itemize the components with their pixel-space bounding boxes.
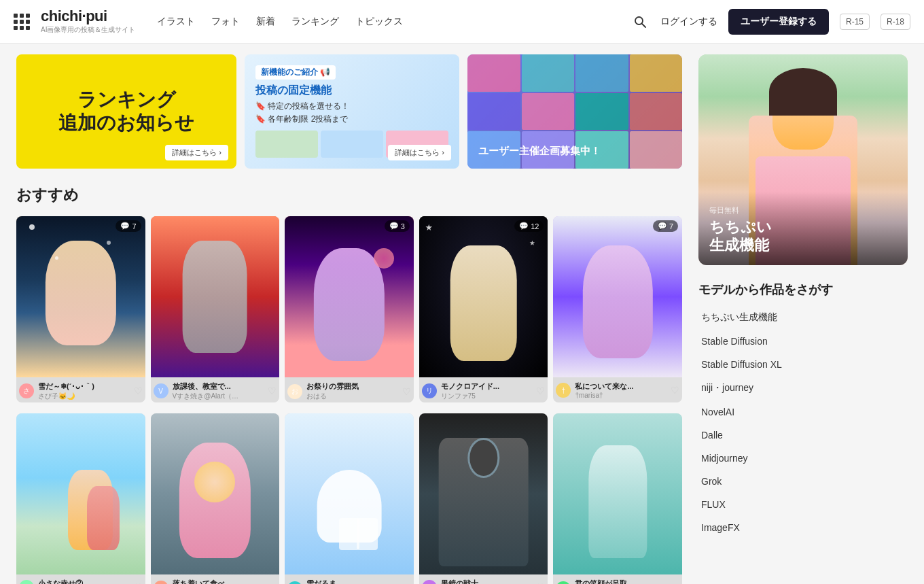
card-info-1: 雪だ～❄(´･ᴗ･｀) さび子🐱🌙 xyxy=(38,381,94,401)
avatar-1: さ xyxy=(19,383,34,398)
image-placeholder-2 xyxy=(151,216,280,377)
banner-feature-badge: 新機能のご紹介 📢 xyxy=(255,65,336,80)
chat-icon-1: 💬 xyxy=(120,222,130,230)
nav-ranking[interactable]: ランキング xyxy=(291,16,339,28)
banner-feature-item2: 🔖 各年齢制限 2投稿まで xyxy=(255,114,448,125)
heart-button-5[interactable]: ♡ xyxy=(671,385,679,396)
comment-badge-1: 💬 7 xyxy=(116,220,141,232)
card-user-3[interactable]: お お祭りの雰囲気 おはる xyxy=(287,381,359,401)
model-item-chichi[interactable]: ちちぷい生成機能 xyxy=(698,306,908,329)
model-item-sdxl[interactable]: Stable Diffusion XL xyxy=(698,354,908,375)
image-card-3[interactable]: 💬 3 お お祭りの雰囲気 おはる ♡ xyxy=(285,216,414,402)
model-item-sd[interactable]: Stable Diffusion xyxy=(698,330,908,352)
grid-menu-icon[interactable] xyxy=(14,14,30,30)
banner-feature[interactable]: 新機能のご紹介 📢 投稿の固定機能 🔖 特定の投稿を選せる！ 🔖 各年齢制限 2… xyxy=(245,54,459,169)
card-user-9[interactable]: 8 黒鎧の戦士 8ballAlart xyxy=(422,579,478,584)
image-card-9[interactable]: 8 黒鎧の戦士 8ballAlart ♡ xyxy=(419,413,548,584)
avatar-7: 茄 xyxy=(154,581,168,584)
card-footer-8: ぺ 雪だるま ぺこ もか ♡ xyxy=(285,574,414,584)
nav-topics[interactable]: トピックス xyxy=(355,16,403,28)
image-card-10[interactable]: ハ 君の笑顔が足取... ハワアキ ♡ xyxy=(553,413,682,584)
chat-icon-5: 💬 xyxy=(658,222,667,230)
chat-icon-3: 💬 xyxy=(389,222,399,230)
logo[interactable]: chichi·pui AI画像専用の投稿＆生成サイト xyxy=(41,8,135,34)
card-title-4: モノクロアイド... xyxy=(441,381,499,392)
image-card-1[interactable]: 💬 7 さ 雪だ～❄(´･ᴗ･｀) さび子🐱🌙 ♡ xyxy=(16,216,145,402)
search-button[interactable] xyxy=(630,12,650,31)
model-item-dalle[interactable]: Dalle xyxy=(698,424,908,446)
card-user-2[interactable]: V 放課後、教室で... Vすき焼き@Alart（Al... xyxy=(154,381,241,401)
logo-sub: AI画像専用の投稿＆生成サイト xyxy=(41,25,135,35)
card-title-10: 君の笑顔が足取... xyxy=(575,579,633,584)
card-user-6[interactable]: l 小さな幸せ② luciluci xyxy=(19,579,83,584)
banner-ranking-title: ランキング追加のお知らせ xyxy=(58,88,194,134)
card-title-5: 私について来な... xyxy=(575,381,633,392)
nav-photo[interactable]: フォト xyxy=(211,16,240,28)
card-info-10: 君の笑顔が足取... ハワアキ xyxy=(575,579,633,584)
image-card-8[interactable]: ぺ 雪だるま ぺこ もか ♡ xyxy=(285,413,414,584)
card-footer-10: ハ 君の笑顔が足取... ハワアキ ♡ xyxy=(553,574,682,584)
main-content: ランキング追加のお知らせ 詳細はこちら › 新機能のご紹介 📢 投稿の固定機能 … xyxy=(0,44,693,584)
sidebar-ad[interactable]: 毎日無料 ちちぷい生成機能 xyxy=(698,54,908,265)
card-footer-6: l 小さな幸せ② luciluci ♡ xyxy=(16,574,145,584)
card-username-4: リンファ75 xyxy=(441,392,499,401)
card-user-7[interactable]: 茄 落ち着いて食べ... 茄稀あづさ xyxy=(154,579,231,584)
register-button[interactable]: ユーザー登録する xyxy=(728,9,829,35)
image-placeholder-6 xyxy=(16,413,145,574)
heart-button-3[interactable]: ♡ xyxy=(402,386,411,397)
card-user-4[interactable]: リ モノクロアイド... リンファ75 xyxy=(422,381,499,401)
image-card-6[interactable]: l 小さな幸せ② luciluci ♡ xyxy=(16,413,145,584)
nav-new[interactable]: 新着 xyxy=(256,16,275,28)
card-title-3: お祭りの雰囲気 xyxy=(306,381,359,392)
model-item-midjourney[interactable]: Midjourney xyxy=(698,447,908,469)
comment-count-1: 7 xyxy=(132,222,136,230)
model-item-novelai[interactable]: NovelAI xyxy=(698,401,908,423)
r15-badge[interactable]: R-15 xyxy=(840,14,870,30)
feature-thumb-2 xyxy=(321,131,383,158)
card-user-1[interactable]: さ 雪だ～❄(´･ᴗ･｀) さび子🐱🌙 xyxy=(19,381,94,401)
logo-text: chichi·pui xyxy=(41,8,135,24)
model-item-niji[interactable]: niji・journey xyxy=(698,377,908,400)
card-title-1: 雪だ～❄(´･ᴗ･｀) xyxy=(38,381,94,392)
card-user-8[interactable]: ぺ 雪だるま ぺこ もか xyxy=(287,579,336,584)
header: chichi·pui AI画像専用の投稿＆生成サイト イラスト フォト 新着 ラ… xyxy=(0,0,924,44)
avatar-2: V xyxy=(154,383,168,398)
comment-badge-4: 💬 12 xyxy=(514,220,544,232)
comment-count-3: 3 xyxy=(401,222,405,230)
image-placeholder-1 xyxy=(16,216,145,377)
card-user-5[interactable]: † 私について来な... †marisa† xyxy=(556,381,633,399)
r18-badge[interactable]: R-18 xyxy=(881,14,910,30)
bc-thumb-12 xyxy=(630,131,683,169)
bc-thumb-5 xyxy=(467,93,520,131)
heart-button-1[interactable]: ♡ xyxy=(134,385,143,396)
section-title-recommended: おすすめ xyxy=(16,185,682,205)
card-title-8: 雪だるま xyxy=(306,579,336,584)
banner-ranking-detail-button[interactable]: 詳細はこちら › xyxy=(165,145,228,160)
card-footer-1: さ 雪だ～❄(´･ᴗ･｀) さび子🐱🌙 ♡ xyxy=(16,377,145,402)
model-item-imagefx[interactable]: ImageFX xyxy=(698,517,908,538)
banner-ranking[interactable]: ランキング追加のお知らせ 詳細はこちら › xyxy=(16,54,236,169)
card-title-7: 落ち着いて食べ... xyxy=(173,579,231,584)
login-button[interactable]: ログインする xyxy=(660,16,717,28)
model-item-flux[interactable]: FLUX xyxy=(698,494,908,515)
heart-button-4[interactable]: ♡ xyxy=(536,385,545,396)
nav-illust[interactable]: イラスト xyxy=(157,16,195,28)
model-item-grok[interactable]: Grok xyxy=(698,470,908,492)
image-card-2[interactable]: V 放課後、教室で... Vすき焼き@Alart（Al... ♡ xyxy=(151,216,280,402)
card-info-4: モノクロアイド... リンファ75 xyxy=(441,381,499,401)
bc-thumb-2 xyxy=(522,54,575,92)
card-username-1: さび子🐱🌙 xyxy=(38,392,94,401)
banner-feature-detail-button[interactable]: 詳細はこちら › xyxy=(388,145,451,160)
card-title-9: 黒鎧の戦士 xyxy=(441,579,478,584)
image-card-4[interactable]: 💬 12 リ モノクロアイド... リンファ75 ♡ xyxy=(419,216,548,402)
image-card-5[interactable]: 💬 7 † 私について来な... †marisa† ♡ xyxy=(553,216,682,402)
card-footer-5: † 私について来な... †marisa† ♡ xyxy=(553,377,682,400)
card-username-5: †marisa† xyxy=(575,392,633,399)
image-placeholder-4 xyxy=(419,216,548,377)
image-card-7[interactable]: 茄 落ち着いて食べ... 茄稀あづさ ♡ xyxy=(151,413,280,584)
heart-button-2[interactable]: ♡ xyxy=(268,385,277,396)
avatar-4: リ xyxy=(422,383,437,398)
card-user-10[interactable]: ハ 君の笑顔が足取... ハワアキ xyxy=(556,579,633,584)
banner-community[interactable]: ユーザー主催企画募集中！ xyxy=(467,54,682,169)
banner-feature-title: 投稿の固定機能 xyxy=(255,84,448,98)
